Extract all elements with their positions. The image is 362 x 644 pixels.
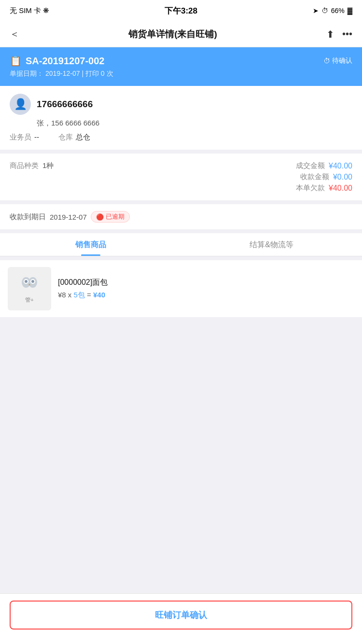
balance-label: 本单欠款	[296, 183, 325, 193]
status-time: 下午3:28	[165, 5, 197, 16]
tabs-row: 销售商品 结算&物流等	[0, 233, 362, 256]
clock-icon: ⏱	[321, 7, 328, 14]
product-type-label: 商品种类	[10, 161, 39, 170]
customer-section: 👤 17666666666 张，156 6666 6666 业务员 -- 仓库 …	[0, 86, 362, 150]
status-right: ➤ ⏱ 66% ▓	[313, 7, 352, 14]
overdue-text: 已逾期	[106, 212, 125, 221]
overdue-badge: 🔴 已逾期	[91, 211, 130, 223]
product-total: ¥40	[93, 291, 105, 299]
battery-icon: ▓	[348, 7, 352, 14]
sales-value: --	[34, 133, 39, 142]
product-image: 管+	[8, 267, 51, 310]
product-item: 管+ [0000002]面包 ¥8 x 5包 = ¥40	[8, 267, 354, 310]
due-date-section: 收款到期日 2019-12-07 🔴 已逾期	[0, 204, 362, 229]
customer-meta: 业务员 -- 仓库 总仓	[10, 133, 352, 142]
location-icon: ➤	[313, 7, 319, 14]
product-qty: 5包	[74, 291, 85, 299]
page-title: 销货单详情(来自旺铺)	[128, 28, 217, 41]
warehouse-label: 仓库	[58, 133, 73, 142]
multiply-sign: x	[68, 291, 72, 299]
order-info-section: 商品种类 1种 成交金额 ¥40.00 收款金额 ¥0.00 本单欠款 ¥40.…	[0, 154, 362, 200]
product-title: 面包	[92, 278, 108, 286]
order-icon: 📋	[10, 55, 22, 67]
order-status: ⏱ 待确认	[323, 56, 352, 65]
bottom-button-area: 旺铺订单确认	[0, 593, 362, 644]
sim-status: 无 SIM 卡 ❋	[10, 6, 49, 15]
tabs-section: 销售商品 结算&物流等	[0, 233, 362, 256]
avatar: 👤	[10, 94, 31, 115]
nav-bar: ＜ 销货单详情(来自旺铺) ⬆ •••	[0, 21, 362, 47]
svg-point-5	[31, 280, 34, 283]
order-date: 单据日期： 2019-12-07 | 打印 0 次	[10, 70, 352, 78]
equals-sign: =	[87, 291, 91, 299]
due-date: 2019-12-07	[50, 213, 87, 221]
product-info: [0000002]面包 ¥8 x 5包 = ¥40	[58, 278, 354, 300]
amount-value: ¥40.00	[329, 162, 352, 170]
product-type-value: 1种	[42, 161, 54, 170]
tab-sales[interactable]: 销售商品	[0, 233, 181, 256]
brand-owl-icon	[20, 274, 39, 294]
tab-settlement[interactable]: 结算&物流等	[181, 233, 362, 256]
back-button[interactable]: ＜	[10, 28, 19, 41]
amount-label: 成交金额	[296, 161, 325, 170]
overdue-icon: 🔴	[96, 213, 104, 221]
status-bar: 无 SIM 卡 ❋ 下午3:28 ➤ ⏱ 66% ▓	[0, 0, 362, 21]
sales-label: 业务员	[10, 133, 31, 142]
customer-name: 张，156 6666 6666	[10, 119, 352, 128]
received-value: ¥0.00	[333, 173, 352, 182]
due-label: 收款到期日	[10, 212, 46, 222]
order-header: 📋 SA-20191207-002 ⏱ 待确认 单据日期： 2019-12-07…	[0, 47, 362, 86]
product-list: 管+ [0000002]面包 ¥8 x 5包 = ¥40	[0, 260, 362, 317]
content-spacer	[0, 321, 362, 379]
balance-value: ¥40.00	[329, 184, 352, 193]
received-label: 收款金额	[300, 172, 329, 182]
more-icon[interactable]: •••	[342, 28, 352, 40]
confirm-order-button[interactable]: 旺铺订单确认	[10, 601, 352, 630]
order-id: 📋 SA-20191207-002	[10, 55, 104, 67]
product-name: [0000002]面包	[58, 278, 354, 288]
product-price-row: ¥8 x 5包 = ¥40	[58, 291, 354, 300]
avatar-icon: 👤	[14, 98, 27, 111]
share-icon[interactable]: ⬆	[326, 28, 334, 40]
brand-text: 管+	[25, 296, 33, 304]
customer-phone: 17666666666	[37, 99, 93, 110]
status-left: 无 SIM 卡 ❋	[10, 6, 49, 15]
svg-point-4	[25, 280, 28, 283]
battery-level: 66%	[331, 7, 345, 14]
status-clock-icon: ⏱	[323, 57, 330, 65]
product-code: [0000002]	[58, 278, 92, 286]
product-price: ¥8	[58, 291, 66, 299]
warehouse-value: 总仓	[76, 133, 90, 142]
